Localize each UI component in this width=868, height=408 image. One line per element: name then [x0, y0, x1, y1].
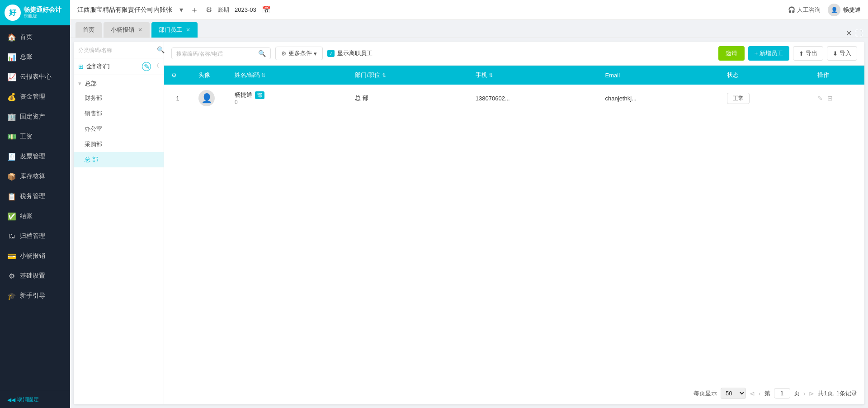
tab-dept-employee[interactable]: 部门员工 ✕ — [151, 22, 198, 38]
sidebar-item-assets[interactable]: 🏢 固定资产 — [0, 107, 70, 127]
invite-button[interactable]: 邀请 — [718, 46, 745, 61]
sidebar-item-salary-label: 工资 — [20, 133, 33, 141]
tab-home[interactable]: 首页 — [75, 22, 102, 38]
cell-actions: ✎ ⊟ — [810, 85, 864, 112]
col-email: Email — [598, 66, 720, 85]
export-label: 导出 — [806, 49, 817, 57]
sidebar-item-guide[interactable]: 🎓 新手引导 — [0, 286, 70, 306]
assets-icon: 🏢 — [7, 112, 16, 121]
expand-tab-button[interactable]: ⛶ — [855, 29, 863, 38]
dept-search-icon[interactable]: 🔍 — [157, 46, 165, 53]
add-company-button[interactable]: ＋ — [190, 5, 198, 15]
consultant-label: 人工咨询 — [797, 6, 821, 14]
per-page-select[interactable]: 50 100 200 — [721, 388, 746, 399]
import-button[interactable]: ⬇ 导入 — [827, 46, 857, 61]
filter-button[interactable]: ⚙ 更多条件 ▾ — [275, 47, 323, 60]
col-settings-icon: ⚙ — [171, 72, 177, 79]
tab-expense-close[interactable]: ✕ — [138, 27, 142, 33]
export-button[interactable]: ⬆ 导出 — [793, 46, 823, 61]
tree-expand-icon[interactable]: ▾ — [78, 80, 81, 87]
cell-email: chanjethkj... — [598, 85, 720, 112]
company-dropdown-arrow[interactable]: ▾ — [179, 5, 183, 14]
logo-text: 畅捷通好会计 — [24, 6, 61, 14]
page-number-input[interactable] — [774, 388, 790, 399]
first-page-button[interactable]: ⊲ — [750, 390, 755, 397]
employee-name: 畅捷通 — [235, 91, 252, 99]
edit-action-icon[interactable]: ✎ — [817, 95, 823, 102]
cancel-pin-button[interactable]: ◀◀ 取消固定 — [0, 391, 70, 408]
close-tab-button[interactable]: ✕ — [846, 29, 852, 38]
dept-tree: ▾ 总部 财务部 销售部 办公室 采购部 总 部 — [74, 75, 164, 404]
employee-table-container: ⚙ 头像 姓名/编码 ⇅ 部门/职位 ⇅ — [164, 66, 864, 382]
dept-header: ⊞ 全部部门 ✎ 《 — [74, 58, 164, 75]
employee-name-container: 畅捷通 部 — [235, 91, 340, 99]
status-badge: 正常 — [727, 93, 750, 104]
home-icon: 🏠 — [7, 33, 16, 42]
sidebar-item-funds[interactable]: 💰 资金管理 — [0, 87, 70, 107]
dept-item-purchase[interactable]: 采购部 — [74, 137, 164, 152]
sidebar-item-settings-label: 基础设置 — [20, 272, 45, 280]
sidebar-item-settings[interactable]: ⚙ 基础设置 — [0, 266, 70, 286]
sidebar-item-invoice-label: 发票管理 — [20, 152, 45, 161]
sidebar-item-home[interactable]: 🏠 首页 — [0, 27, 70, 47]
show-resign-checkbox[interactable]: ✓ — [327, 50, 335, 57]
period-label: 账期 — [217, 6, 229, 14]
dept-item-office[interactable]: 办公室 — [74, 121, 164, 137]
add-employee-button[interactable]: + 新增员工 — [748, 46, 789, 61]
col-dept-label: 部门/职位 — [355, 71, 380, 78]
employee-toolbar: 🔍 ⚙ 更多条件 ▾ ✓ 显示离职员工 邀请 + 新增员工 ⬆ 导出 — [164, 42, 864, 66]
col-phone[interactable]: 手机 ⇅ — [468, 66, 598, 85]
settings-icon: ⚙ — [7, 271, 16, 280]
dept-item-general[interactable]: 总 部 — [74, 152, 164, 167]
salary-icon: 💵 — [7, 132, 16, 141]
content-area: 🔍 ⊞ 全部部门 ✎ 《 ▾ 总部 财务部 — [74, 42, 864, 404]
user-info[interactable]: 👤 畅捷通 — [828, 4, 861, 16]
col-dept[interactable]: 部门/职位 ⇅ — [348, 66, 468, 85]
logo-area: 好 畅捷通好会计 旗舰版 — [0, 0, 70, 25]
employee-search-icon[interactable]: 🔍 — [258, 50, 266, 57]
dept-badge: 部 — [255, 91, 264, 99]
sidebar-item-archive-label: 归档管理 — [20, 232, 45, 240]
cell-phone: 138070602... — [468, 85, 598, 112]
col-status-label: 状态 — [727, 71, 739, 78]
sidebar-item-inventory[interactable]: 📦 库存核算 — [0, 166, 70, 186]
collapse-icon[interactable]: 《 — [154, 62, 159, 71]
col-name[interactable]: 姓名/编码 ⇅ — [227, 66, 348, 85]
logout-action-icon[interactable]: ⊟ — [827, 95, 833, 102]
per-page-label: 每页显示 — [693, 389, 717, 398]
all-depts-label[interactable]: 全部部门 — [86, 62, 110, 71]
calendar-icon[interactable]: 📅 — [262, 5, 271, 14]
sidebar-item-salary[interactable]: 💵 工资 — [0, 127, 70, 147]
header-right: 🎧 人工咨询 👤 畅捷通 — [788, 4, 861, 16]
dept-search-input[interactable] — [78, 47, 154, 53]
dept-edit-icon[interactable]: ✎ — [142, 62, 151, 71]
company-settings-button[interactable]: ⚙ — [206, 5, 212, 14]
sidebar-item-tax[interactable]: 📋 税务管理 — [0, 186, 70, 206]
tab-dept-close[interactable]: ✕ — [186, 27, 190, 33]
col-actions: 操作 — [810, 66, 864, 85]
sidebar-item-ledger[interactable]: 📊 总账 — [0, 47, 70, 67]
consultant-button[interactable]: 🎧 人工咨询 — [788, 6, 821, 14]
tab-home-label: 首页 — [83, 26, 94, 34]
dept-item-sales[interactable]: 销售部 — [74, 106, 164, 121]
period-value: 2023-03 — [235, 6, 256, 13]
sidebar-item-archive[interactable]: 🗂 归档管理 — [0, 226, 70, 246]
nav-menu: 🏠 首页 📊 总账 📈 云报表中心 💰 资金管理 🏢 固定资产 💵 工资 🧾 发… — [0, 25, 70, 391]
sidebar-item-close[interactable]: ✅ 结账 — [0, 206, 70, 226]
tab-expense[interactable]: 小畅报销 ✕ — [104, 22, 150, 38]
dept-group-label: ▾ 总部 — [74, 77, 164, 90]
sidebar-item-invoice[interactable]: 🧾 发票管理 — [0, 147, 70, 166]
prev-page-button[interactable]: ‹ — [759, 390, 761, 397]
sidebar-item-expense[interactable]: 💳 小畅报销 — [0, 246, 70, 266]
employee-search-input[interactable] — [176, 50, 255, 57]
cell-status: 正常 — [720, 85, 810, 112]
dept-finance-label: 财务部 — [85, 95, 102, 101]
col-settings[interactable]: ⚙ — [164, 66, 191, 85]
col-actions-label: 操作 — [817, 71, 829, 78]
tab-dept-label: 部门员工 — [159, 26, 182, 34]
next-page-button[interactable]: › — [803, 390, 806, 397]
employee-avatar: 👤 — [198, 90, 215, 106]
dept-item-finance[interactable]: 财务部 — [74, 90, 164, 106]
last-page-button[interactable]: ⊳ — [809, 390, 814, 397]
sidebar-item-reports[interactable]: 📈 云报表中心 — [0, 67, 70, 87]
